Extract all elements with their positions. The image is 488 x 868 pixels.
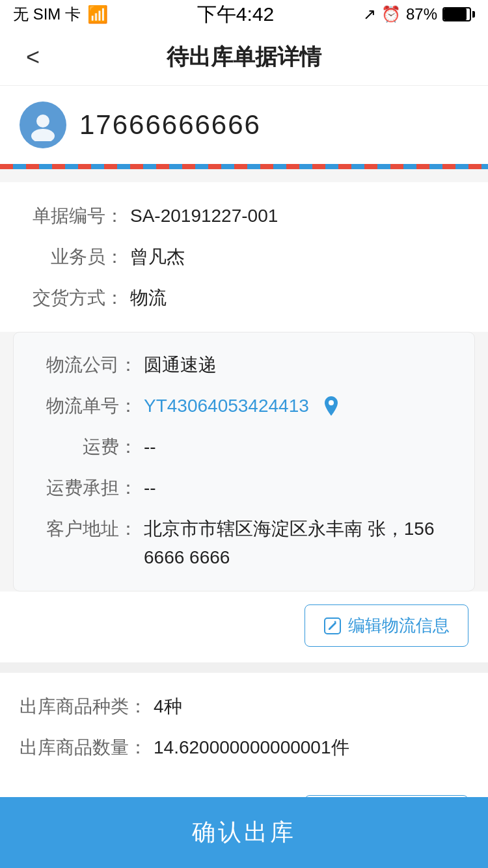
tracking-value[interactable]: YT43064053424413	[137, 392, 455, 421]
user-header: 17666666666	[0, 86, 488, 164]
freight-label: 运费：	[33, 433, 137, 462]
edit-logistics-label: 编辑物流信息	[348, 614, 450, 637]
edit-logistics-button[interactable]: 编辑物流信息	[305, 604, 468, 647]
basic-info-section: 单据编号： SA-20191227-001 业务员： 曾凡杰 交货方式： 物流	[0, 182, 488, 332]
confirm-button-wrap: 确认出库	[0, 797, 488, 868]
delivery-label: 交货方式：	[20, 284, 124, 313]
confirm-button[interactable]: 确认出库	[0, 817, 488, 848]
address-value: 北京市市辖区海淀区永丰南 张，156 6666 6666	[137, 515, 455, 573]
goods-quantity-label: 出库商品数量：	[20, 733, 147, 763]
battery-text: 87%	[406, 5, 437, 23]
goods-types-value: 4种	[147, 692, 468, 722]
edit-logistics-area: 编辑物流信息	[0, 591, 488, 662]
salesman-value: 曾凡杰	[124, 243, 468, 272]
freight-bear-value: --	[137, 474, 455, 503]
edit-icon	[323, 617, 342, 635]
order-no-value: SA-20191227-001	[124, 202, 468, 231]
wifi-icon: 📶	[87, 5, 108, 25]
user-phone: 17666666666	[79, 109, 261, 141]
goods-types-label: 出库商品种类：	[20, 692, 147, 722]
location-icon: ↗	[363, 5, 376, 23]
back-button[interactable]: <	[20, 37, 46, 77]
svg-point-2	[329, 400, 334, 405]
freight-row: 运费： --	[33, 433, 455, 462]
alarm-icon: ⏰	[381, 5, 401, 23]
section-divider	[0, 662, 488, 673]
goods-quantity-row: 出库商品数量： 14.620000000000001件	[20, 733, 468, 763]
dashed-divider	[0, 164, 488, 169]
page-title: 待出库单据详情	[167, 42, 321, 72]
svg-point-0	[36, 115, 49, 128]
avatar	[20, 102, 66, 148]
goods-section: 出库商品种类： 4种 出库商品数量： 14.620000000000001件	[0, 673, 488, 782]
address-label: 客户地址：	[33, 515, 137, 544]
delivery-row: 交货方式： 物流	[20, 284, 468, 313]
svg-point-1	[31, 129, 55, 141]
logistics-company-label: 物流公司：	[33, 351, 137, 380]
freight-bear-row: 运费承担： --	[33, 474, 455, 503]
time-text: 下午4:42	[197, 1, 274, 28]
battery-icon	[442, 7, 475, 21]
order-no-row: 单据编号： SA-20191227-001	[20, 202, 468, 231]
goods-quantity-value: 14.620000000000001件	[147, 733, 468, 763]
logistics-company-value: 圆通速递	[137, 351, 455, 380]
status-bar: 无 SIM 卡 📶 下午4:42 ↗ ⏰ 87%	[0, 0, 488, 29]
delivery-value: 物流	[124, 284, 468, 313]
freight-bear-label: 运费承担：	[33, 474, 137, 503]
carrier-text: 无 SIM 卡	[13, 4, 81, 25]
salesman-label: 业务员：	[20, 243, 124, 272]
tracking-label: 物流单号：	[33, 392, 137, 421]
location-icon[interactable]	[318, 394, 344, 420]
nav-bar: < 待出库单据详情	[0, 29, 488, 86]
order-no-label: 单据编号：	[20, 202, 124, 231]
status-right: ↗ ⏰ 87%	[363, 5, 475, 23]
salesman-row: 业务员： 曾凡杰	[20, 243, 468, 272]
goods-types-row: 出库商品种类： 4种	[20, 692, 468, 722]
tracking-row: 物流单号： YT43064053424413	[33, 392, 455, 421]
logistics-company-row: 物流公司： 圆通速递	[33, 351, 455, 380]
address-row: 客户地址： 北京市市辖区海淀区永丰南 张，156 6666 6666	[33, 515, 455, 573]
freight-value: --	[137, 433, 455, 462]
status-left: 无 SIM 卡 📶	[13, 4, 108, 25]
logistics-section: 物流公司： 圆通速递 物流单号： YT43064053424413 运费： --…	[13, 332, 475, 591]
